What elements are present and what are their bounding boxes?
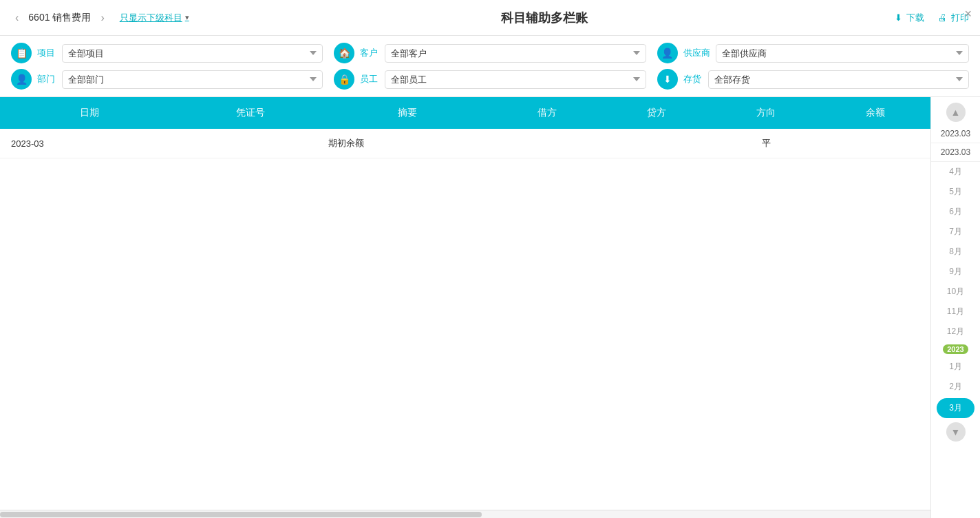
timeline-month-7[interactable]: 7月 (931, 222, 980, 242)
filter-supplier: 👤 供应商 全部供应商 (657, 43, 969, 63)
inventory-select[interactable]: 全部存货 (708, 70, 969, 89)
side-timeline: ▲ 2023.03 2023.03 4月 5月 6月 7月 8月 9月 10月 … (930, 97, 980, 518)
employee-label: 员工 (360, 73, 379, 85)
timeline-month-11[interactable]: 11月 (931, 302, 980, 322)
filter-project: 📋 项目 全部项目 (11, 43, 323, 63)
timeline-header-1: 2023.03 (931, 125, 980, 143)
inventory-label: 存货 (683, 73, 703, 85)
filter-bar: 📋 项目 全部项目 🏠 客户 全部客户 👤 供应商 全部供应商 👤 部门 全 (0, 36, 980, 97)
title-left: ‹ 6601 销售费用 › 只显示下级科目 ▾ (11, 9, 195, 27)
department-icon: 👤 (11, 69, 32, 90)
inventory-icon: ⬇ (657, 69, 678, 90)
table-area: 日期 凭证号 摘要 借方 贷方 方向 余额 2023-03 期初余额 (0, 97, 930, 518)
timeline-month-3-active[interactable]: 3月 (937, 398, 974, 418)
col-date: 日期 (0, 97, 178, 129)
project-icon: 📋 (11, 43, 32, 63)
table-row: 2023-03 期初余额 平 (0, 129, 930, 158)
supplier-icon: 👤 (657, 43, 678, 63)
title-bar: ‹ 6601 销售费用 › 只显示下级科目 ▾ 科目辅助多栏账 ⬇ 下载 🖨 打… (0, 0, 980, 36)
table-wrapper[interactable]: 日期 凭证号 摘要 借方 贷方 方向 余额 2023-03 期初余额 (0, 97, 930, 510)
account-code: 6601 销售费用 (28, 12, 91, 24)
horizontal-scrollbar[interactable] (0, 510, 930, 518)
show-sub-label: 只显示下级科目 (120, 12, 182, 24)
timeline-month-10[interactable]: 10月 (931, 282, 980, 302)
timeline-month-5[interactable]: 5月 (931, 182, 980, 202)
download-label: 下载 (906, 12, 924, 24)
filter-inventory: ⬇ 存货 全部存货 (657, 69, 969, 90)
col-voucher: 凭证号 (178, 97, 323, 129)
close-btn[interactable]: × (964, 7, 972, 21)
page-title: 科目辅助多栏账 (501, 10, 588, 26)
cell-date: 2023-03 (0, 129, 178, 158)
main-area: 日期 凭证号 摘要 借方 贷方 方向 余额 2023-03 期初余额 (0, 97, 980, 518)
department-label: 部门 (37, 73, 56, 85)
cell-balance (821, 129, 930, 158)
col-balance: 余额 (821, 97, 930, 129)
customer-label: 客户 (360, 47, 379, 59)
timeline-down-btn[interactable]: ▼ (946, 422, 966, 442)
download-btn[interactable]: ⬇ 下载 (895, 12, 924, 24)
col-direction: 方向 (712, 97, 821, 129)
col-credit: 贷方 (601, 97, 711, 129)
prev-account-btn[interactable]: ‹ (11, 10, 23, 25)
cell-direction: 平 (712, 129, 821, 158)
table-header-row: 日期 凭证号 摘要 借方 贷方 方向 余额 (0, 97, 930, 129)
timeline-month-1[interactable]: 1月 (931, 357, 980, 377)
project-select[interactable]: 全部项目 (62, 44, 323, 63)
cell-voucher (178, 129, 323, 158)
scroll-thumb[interactable] (0, 512, 482, 517)
timeline-up-btn[interactable]: ▲ (946, 103, 966, 122)
employee-select[interactable]: 全部员工 (385, 70, 646, 89)
customer-select[interactable]: 全部客户 (385, 44, 646, 63)
supplier-select[interactable]: 全部供应商 (716, 44, 969, 63)
timeline-year-2023: 2023 (931, 342, 980, 357)
timeline-month-2[interactable]: 2月 (931, 377, 980, 397)
employee-icon: 🔒 (334, 69, 354, 90)
print-icon: 🖨 (938, 12, 947, 23)
chevron-down-icon: ▾ (185, 13, 189, 22)
col-summary: 摘要 (323, 97, 492, 129)
filter-customer: 🏠 客户 全部客户 (334, 43, 646, 63)
title-actions: ⬇ 下载 🖨 打印 (895, 12, 969, 24)
filter-department: 👤 部门 全部部门 (11, 69, 323, 90)
timeline-month-9[interactable]: 9月 (931, 262, 980, 282)
timeline-month-8[interactable]: 8月 (931, 242, 980, 262)
timeline-month-6[interactable]: 6月 (931, 202, 980, 222)
year-badge: 2023 (943, 344, 968, 354)
department-select[interactable]: 全部部门 (62, 70, 323, 89)
supplier-label: 供应商 (683, 47, 710, 59)
col-debit: 借方 (492, 97, 601, 129)
next-account-btn[interactable]: › (96, 10, 108, 25)
cell-summary: 期初余额 (323, 129, 492, 158)
cell-credit (601, 129, 711, 158)
customer-icon: 🏠 (334, 43, 354, 63)
show-sub-btn[interactable]: 只显示下级科目 ▾ (114, 9, 195, 27)
cell-debit (492, 129, 601, 158)
filter-employee: 🔒 员工 全部员工 (334, 69, 646, 90)
main-window: ‹ 6601 销售费用 › 只显示下级科目 ▾ 科目辅助多栏账 ⬇ 下载 🖨 打… (0, 0, 980, 518)
data-table: 日期 凭证号 摘要 借方 贷方 方向 余额 2023-03 期初余额 (0, 97, 930, 158)
download-icon: ⬇ (895, 12, 902, 23)
timeline-month-4[interactable]: 4月 (931, 162, 980, 182)
timeline-header-2: 2023.03 (931, 143, 980, 162)
project-label: 项目 (37, 47, 56, 59)
timeline-month-12[interactable]: 12月 (931, 322, 980, 342)
